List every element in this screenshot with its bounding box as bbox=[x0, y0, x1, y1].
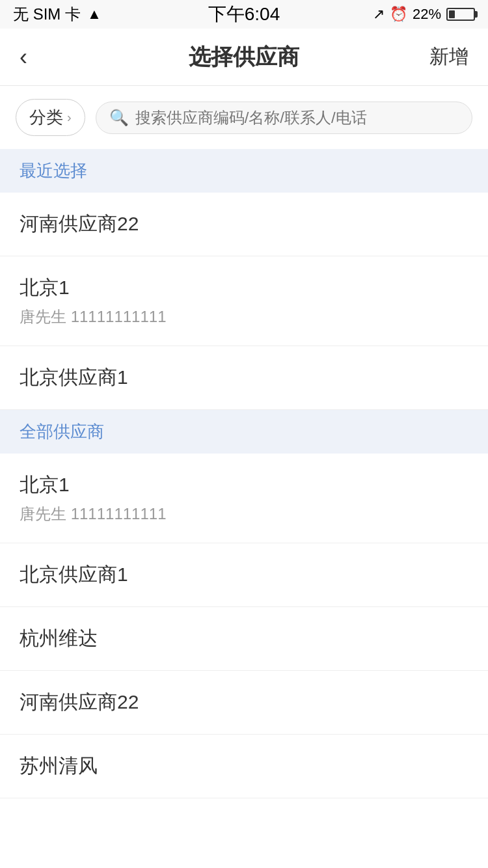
status-bar: 无 SIM 卡 ▲ 下午6:04 ↗ ⏰ 22% bbox=[0, 0, 488, 29]
back-button[interactable]: ‹ bbox=[20, 44, 59, 71]
page-title: 选择供应商 bbox=[189, 42, 299, 72]
item-sub: 唐先生 11111111111 bbox=[20, 306, 468, 327]
add-button[interactable]: 新增 bbox=[429, 44, 468, 70]
item-name: 杭州维达 bbox=[20, 625, 468, 652]
item-name: 北京供应商1 bbox=[20, 562, 468, 588]
alarm-icon: ⏰ bbox=[390, 6, 407, 23]
search-icon: 🔍 bbox=[109, 109, 129, 127]
item-name: 北京1 bbox=[20, 275, 468, 301]
category-label: 分类 bbox=[29, 106, 63, 129]
recent-list: 河南供应商22北京1唐先生 11111111111北京供应商1 bbox=[0, 193, 488, 410]
list-item[interactable]: 河南供应商22 bbox=[0, 193, 488, 256]
item-name: 苏州清风 bbox=[20, 753, 468, 780]
item-name: 河南供应商22 bbox=[20, 211, 468, 237]
category-filter-button[interactable]: 分类 › bbox=[16, 99, 85, 136]
search-box[interactable]: 🔍 bbox=[96, 102, 472, 134]
filter-row: 分类 › 🔍 bbox=[0, 86, 488, 149]
all-section-header: 全部供应商 bbox=[0, 410, 488, 454]
recent-section-header: 最近选择 bbox=[0, 149, 488, 193]
list-item[interactable]: 北京1唐先生 11111111111 bbox=[0, 454, 488, 543]
status-time: 下午6:04 bbox=[208, 2, 280, 27]
item-name: 北京1 bbox=[20, 472, 468, 498]
carrier-text: 无 SIM 卡 bbox=[13, 4, 81, 25]
list-item[interactable]: 河南供应商22 bbox=[0, 671, 488, 735]
wifi-icon: ▲ bbox=[87, 6, 102, 23]
list-item[interactable]: 北京供应商1 bbox=[0, 543, 488, 607]
all-section-label: 全部供应商 bbox=[20, 422, 104, 441]
list-item[interactable]: 北京供应商1 bbox=[0, 346, 488, 410]
chevron-right-icon: › bbox=[67, 110, 72, 125]
battery-percentage: 22% bbox=[413, 6, 441, 23]
list-item[interactable]: 苏州清风 bbox=[0, 735, 488, 798]
item-sub: 唐先生 11111111111 bbox=[20, 504, 468, 524]
search-input[interactable] bbox=[135, 109, 459, 127]
recent-section-label: 最近选择 bbox=[20, 161, 87, 180]
list-item[interactable]: 北京1唐先生 11111111111 bbox=[0, 256, 488, 346]
location-icon: ↗ bbox=[373, 6, 385, 23]
list-item[interactable]: 杭州维达 bbox=[0, 607, 488, 671]
item-name: 河南供应商22 bbox=[20, 689, 468, 716]
status-right: ↗ ⏰ 22% bbox=[373, 6, 475, 23]
battery-icon bbox=[446, 8, 475, 21]
nav-bar: ‹ 选择供应商 新增 bbox=[0, 29, 488, 86]
status-left: 无 SIM 卡 ▲ bbox=[13, 4, 102, 25]
all-list: 北京1唐先生 11111111111北京供应商1杭州维达河南供应商22苏州清风 bbox=[0, 454, 488, 798]
item-name: 北京供应商1 bbox=[20, 364, 468, 391]
